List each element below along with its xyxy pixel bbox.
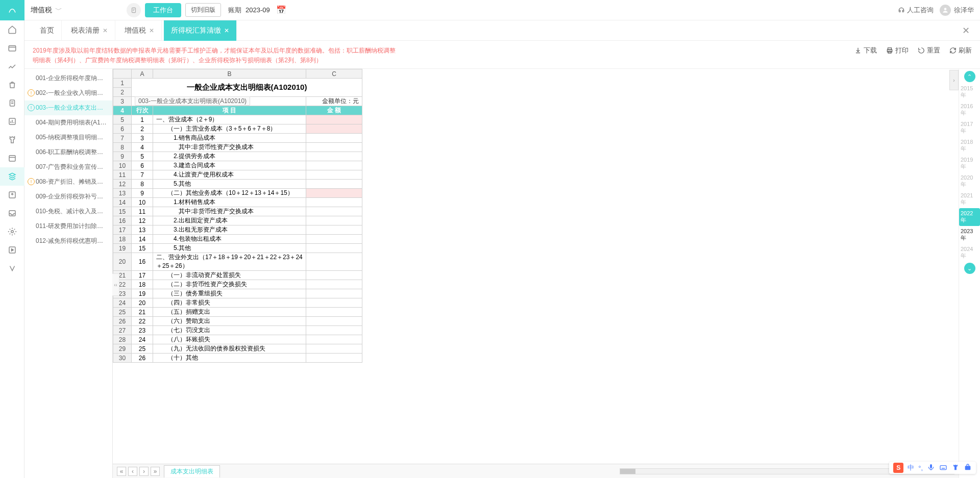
- nav-clipboard-icon[interactable]: [0, 94, 24, 112]
- col-header-b[interactable]: B: [153, 69, 306, 79]
- year-item[interactable]: 2022年: [959, 208, 980, 226]
- form-nav-item[interactable]: 012-减免所得税优惠明细表(…: [24, 234, 112, 248]
- cell-item[interactable]: 4.让渡资产使用权成本: [153, 170, 306, 180]
- cell-amount[interactable]: [306, 317, 362, 326]
- tab[interactable]: 税表清册✕: [64, 20, 115, 41]
- cell-item[interactable]: 2.出租固定资产成本: [153, 216, 306, 225]
- cell-amount[interactable]: [306, 298, 362, 308]
- cell-item[interactable]: 1.销售商品成本: [153, 134, 306, 143]
- cell-rownum[interactable]: 5: [132, 152, 153, 161]
- cell-amount[interactable]: [306, 308, 362, 317]
- nav-shirt-icon[interactable]: [0, 131, 24, 149]
- cell-amount[interactable]: [306, 180, 362, 189]
- cell-item[interactable]: （八）坏账损失: [153, 335, 306, 344]
- cell-amount[interactable]: [306, 198, 362, 207]
- sheet-nav-first[interactable]: «: [117, 467, 126, 476]
- cell-rownum[interactable]: 3: [132, 134, 153, 143]
- year-up-icon[interactable]: ⌃: [964, 71, 975, 82]
- cell-amount[interactable]: [306, 280, 362, 289]
- download-button[interactable]: 下载: [854, 46, 877, 55]
- calendar-icon[interactable]: 📅: [276, 5, 286, 15]
- cell-amount[interactable]: [306, 124, 362, 134]
- cell-rownum[interactable]: 2: [132, 124, 153, 134]
- cell-item[interactable]: （二）其他业务成本（10＋12＋13＋14＋15）: [153, 189, 306, 198]
- form-nav-item[interactable]: 002-一般企业收入明细表(A…: [24, 86, 112, 100]
- cell-amount[interactable]: [306, 271, 362, 280]
- close-all-tabs[interactable]: ✕: [960, 23, 972, 38]
- nav-home-icon[interactable]: [0, 20, 24, 39]
- form-nav-item[interactable]: 005-纳税调整项目明细表(A1…: [24, 130, 112, 145]
- workbench-button[interactable]: 工作台: [145, 3, 181, 17]
- expand-rail-handle[interactable]: ›: [949, 70, 959, 90]
- ime-skin-icon[interactable]: [951, 463, 960, 473]
- cell-amount[interactable]: [306, 189, 362, 198]
- nav-chart-icon[interactable]: [0, 57, 24, 76]
- cell-amount[interactable]: [306, 207, 362, 216]
- close-icon[interactable]: ✕: [224, 27, 229, 34]
- ime-toolbox-icon[interactable]: [964, 463, 972, 473]
- collapse-handle[interactable]: ‹‹: [112, 273, 119, 296]
- nav-report-icon[interactable]: [0, 112, 24, 131]
- form-nav-item[interactable]: 008-资产折旧、摊销及纳税…: [24, 174, 112, 189]
- cell-rownum[interactable]: 26: [132, 354, 153, 363]
- cell-rownum[interactable]: 21: [132, 308, 153, 317]
- cell-amount[interactable]: [306, 354, 362, 363]
- cell-amount[interactable]: [306, 225, 362, 235]
- sheet-nav-last[interactable]: »: [151, 467, 160, 476]
- cell-amount[interactable]: [306, 143, 362, 152]
- cell-rownum[interactable]: 20: [132, 298, 153, 308]
- cell-rownum[interactable]: 17: [132, 271, 153, 280]
- nav-stack-icon[interactable]: [0, 167, 24, 186]
- cell-rownum[interactable]: 23: [132, 326, 153, 335]
- cell-rownum[interactable]: 1: [132, 115, 153, 124]
- cell-amount[interactable]: [306, 161, 362, 170]
- ime-toolbar[interactable]: S 中 °,: [889, 462, 976, 474]
- cell-item[interactable]: 5.其他: [153, 244, 306, 253]
- sheet-nav-prev[interactable]: ‹: [128, 467, 137, 476]
- tab[interactable]: 首页: [33, 20, 62, 41]
- cell-item[interactable]: 2.提供劳务成本: [153, 152, 306, 161]
- sheet-tab[interactable]: 成本支出明细表: [164, 465, 220, 477]
- form-nav-item[interactable]: 007-广告费和业务宣传费跨…: [24, 160, 112, 174]
- nav-calendar-icon[interactable]: [0, 149, 24, 167]
- cell-item[interactable]: （一）非流动资产处置损失: [153, 271, 306, 280]
- cell-item[interactable]: （六）赞助支出: [153, 317, 306, 326]
- spreadsheet[interactable]: › A B C 1一般企业成本支出明细表(A102010) 2 3003-一般企…: [113, 69, 959, 464]
- cell-rownum[interactable]: 15: [132, 244, 153, 253]
- form-nav-item[interactable]: 003-一般企业成本支出明细…: [24, 100, 112, 115]
- print-button[interactable]: 打印: [886, 46, 909, 55]
- period-value[interactable]: 2023-09: [246, 6, 270, 14]
- cell-rownum[interactable]: 6: [132, 161, 153, 170]
- form-nav-item[interactable]: 006-职工薪酬纳税调整明细…: [24, 145, 112, 160]
- cell-rownum[interactable]: 22: [132, 317, 153, 326]
- cell-rownum[interactable]: 7: [132, 170, 153, 180]
- cell-rownum[interactable]: 24: [132, 335, 153, 344]
- nav-bag-icon[interactable]: [0, 76, 24, 94]
- cell-item[interactable]: 1.材料销售成本: [153, 198, 306, 207]
- cell-item[interactable]: （二）非货币性资产交换损失: [153, 280, 306, 289]
- cell-rownum[interactable]: 9: [132, 189, 153, 198]
- nav-export-icon[interactable]: [0, 186, 24, 204]
- close-icon[interactable]: ✕: [149, 27, 154, 34]
- cell-rownum[interactable]: 16: [132, 253, 153, 271]
- cell-item[interactable]: （一）主营业务成本（3＋5＋6＋7＋8）: [153, 124, 306, 134]
- form-nav-item[interactable]: 009-企业所得税弥补亏损明…: [24, 189, 112, 204]
- ime-lang[interactable]: 中: [908, 463, 914, 472]
- user-chip[interactable]: 徐泽华: [940, 5, 974, 16]
- ime-keyboard-icon[interactable]: [939, 463, 947, 473]
- cell-item[interactable]: 3.出租无形资产成本: [153, 225, 306, 235]
- form-nav-item[interactable]: 001-企业所得税年度纳税申…: [24, 71, 112, 86]
- cell-rownum[interactable]: 13: [132, 225, 153, 235]
- cell-amount[interactable]: [306, 235, 362, 244]
- col-header-a[interactable]: A: [132, 69, 153, 79]
- cell-rownum[interactable]: 8: [132, 180, 153, 189]
- cell-amount[interactable]: [306, 134, 362, 143]
- app-logo[interactable]: [0, 0, 24, 20]
- cell-item[interactable]: （四）非常损失: [153, 298, 306, 308]
- cell-rownum[interactable]: 4: [132, 143, 153, 152]
- col-header-blank[interactable]: [113, 69, 132, 79]
- cell-item[interactable]: 其中:非货币性资产交换成本: [153, 143, 306, 152]
- nav-v-icon[interactable]: [0, 259, 24, 278]
- cell-item[interactable]: （十）其他: [153, 354, 306, 363]
- cell-rownum[interactable]: 25: [132, 344, 153, 354]
